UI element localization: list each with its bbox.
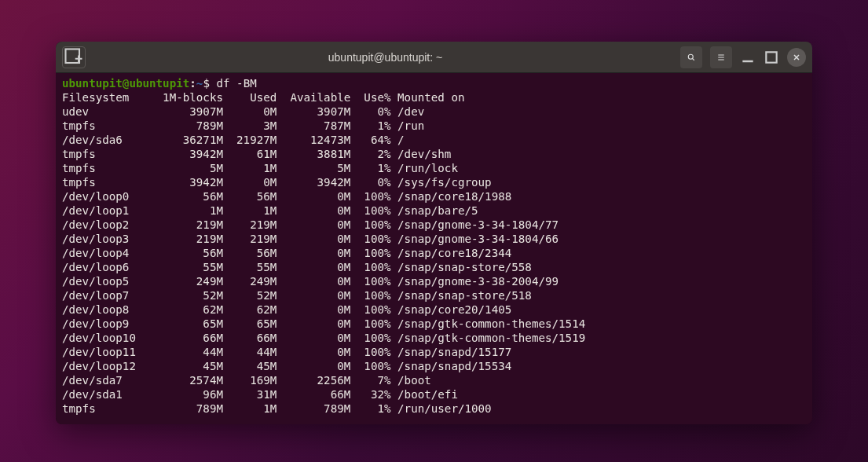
table-row: /dev/loop3 219M 219M 0M 100% /snap/gnome… — [62, 232, 806, 246]
menu-button[interactable] — [710, 46, 732, 68]
window-title: ubuntupit@ubuntupit: ~ — [90, 51, 680, 64]
close-icon — [792, 53, 801, 62]
hamburger-icon — [716, 53, 726, 62]
new-tab-button[interactable] — [62, 46, 86, 68]
table-row: /dev/loop6 55M 55M 0M 100% /snap/snap-st… — [62, 260, 806, 274]
prompt-colon: : — [189, 77, 196, 90]
prompt-user-host: ubuntupit@ubuntupit — [62, 77, 189, 90]
prompt-command: df -BM — [216, 77, 256, 90]
table-row: /dev/loop10 66M 66M 0M 100% /snap/gtk-co… — [62, 331, 806, 345]
table-row: /dev/sda7 2574M 169M 2256M 7% /boot — [62, 373, 806, 387]
prompt-dollar: $ — [203, 77, 216, 90]
table-row: /dev/loop2 219M 219M 0M 100% /snap/gnome… — [62, 218, 806, 232]
table-row: /dev/loop5 249M 249M 0M 100% /snap/gnome… — [62, 274, 806, 288]
minimize-icon — [740, 50, 756, 65]
window-controls — [680, 46, 806, 68]
terminal-window: ubuntupit@ubuntupit: ~ ubuntupit@ubuntup… — [56, 42, 812, 424]
table-row: udev 3907M 0M 3907M 0% /dev — [62, 104, 806, 119]
output-header: Filesystem 1M-blocks Used Available Use%… — [62, 90, 806, 104]
table-row: /dev/loop4 56M 56M 0M 100% /snap/core18/… — [62, 246, 806, 260]
table-row: /dev/loop11 44M 44M 0M 100% /snap/snapd/… — [62, 345, 806, 359]
table-row: tmpfs 5M 1M 5M 1% /run/lock — [62, 161, 806, 175]
svg-point-3 — [688, 54, 693, 59]
table-row: /dev/sda1 96M 31M 66M 32% /boot/efi — [62, 387, 806, 402]
svg-rect-9 — [766, 52, 776, 62]
svg-line-4 — [693, 58, 694, 60]
table-row: /dev/loop8 62M 62M 0M 100% /snap/core20/… — [62, 302, 806, 317]
close-button[interactable] — [787, 48, 806, 67]
terminal-body[interactable]: ubuntupit@ubuntupit:~$ df -BMFilesystem … — [56, 73, 812, 424]
table-row: /dev/sda6 36271M 21927M 12473M 64% / — [62, 133, 806, 147]
table-row: tmpfs 3942M 0M 3942M 0% /sys/fs/cgroup — [62, 175, 806, 189]
maximize-icon — [764, 50, 779, 65]
search-icon — [687, 53, 696, 62]
titlebar: ubuntupit@ubuntupit: ~ — [56, 42, 812, 73]
prompt-line: ubuntupit@ubuntupit:~$ df -BM — [62, 76, 806, 90]
minimize-button[interactable] — [740, 50, 756, 65]
table-row: /dev/loop9 65M 65M 0M 100% /snap/gtk-com… — [62, 317, 806, 331]
maximize-button[interactable] — [764, 50, 779, 65]
svg-rect-0 — [66, 49, 80, 63]
table-row: tmpfs 3942M 61M 3881M 2% /dev/shm — [62, 147, 806, 161]
table-row: /dev/loop0 56M 56M 0M 100% /snap/core18/… — [62, 189, 806, 204]
table-row: tmpfs 789M 3M 787M 1% /run — [62, 119, 806, 133]
table-row: /dev/loop7 52M 52M 0M 100% /snap/snap-st… — [62, 288, 806, 302]
search-button[interactable] — [680, 46, 702, 68]
table-row: /dev/loop1 1M 1M 0M 100% /snap/bare/5 — [62, 204, 806, 218]
new-tab-icon — [63, 46, 85, 68]
table-row: tmpfs 789M 1M 789M 1% /run/user/1000 — [62, 402, 806, 416]
table-row: /dev/loop12 45M 45M 0M 100% /snap/snapd/… — [62, 359, 806, 373]
